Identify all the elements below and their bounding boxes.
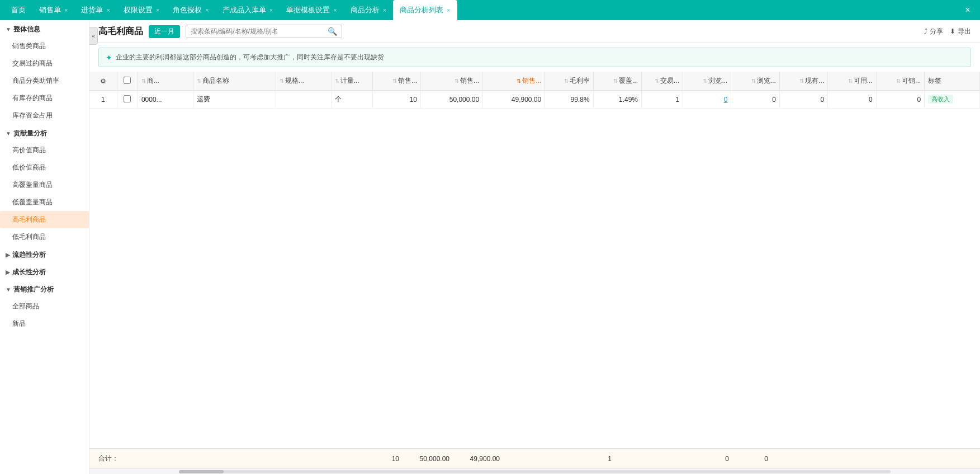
sidebar-item-traded-goods[interactable]: 交易过的商品 — [0, 55, 89, 72]
sidebar-collapse-button[interactable]: « — [89, 27, 98, 45]
th-sales-qty[interactable]: ⇅销售... — [372, 72, 420, 91]
cell-tag: 高收入 — [925, 91, 980, 109]
sum-sales-amt: 50,000.00 — [403, 455, 453, 463]
cell-name: 运费 — [193, 91, 276, 109]
sidebar-item-stock-capital[interactable]: 库存资金占用 — [0, 107, 89, 124]
nav-roles[interactable]: 角色授权 × — [166, 0, 215, 20]
horizontal-scrollbar[interactable] — [89, 468, 980, 474]
th-stock-now[interactable]: ⇅现有... — [779, 72, 827, 91]
cell-gross-rate: 99.8% — [545, 91, 593, 109]
sidebar-group-contribution[interactable]: ▼ 贡献量分析 — [0, 124, 89, 142]
sum-stock-now: 0 — [693, 455, 732, 463]
th-stock-sellable[interactable]: ⇅可销... — [876, 72, 924, 91]
sidebar-item-instock-goods[interactable]: 有库存的商品 — [0, 90, 89, 107]
nav-goods-analysis-list[interactable]: 商品分析列表 × — [393, 0, 457, 20]
share-icon: ⤴ — [924, 27, 927, 35]
cell-checkbox[interactable] — [117, 91, 138, 109]
cell-stock-sellable: 0 — [876, 91, 924, 109]
sum-cells: 10 50,000.00 49,900.00 1 0 0 — [134, 455, 980, 463]
overall-group-arrow: ▼ — [6, 26, 11, 32]
cell-sales-cost: 49,900.00 — [483, 91, 545, 109]
nav-template[interactable]: 单据模板设置 × — [280, 0, 343, 20]
sidebar-item-sales-goods[interactable]: 销售类商品 — [0, 37, 89, 55]
row-checkbox[interactable] — [124, 95, 131, 102]
scroll-thumb[interactable] — [179, 470, 224, 473]
sidebar-group-growth[interactable]: ▶ 成长性分析 — [0, 263, 89, 280]
data-table-wrapper: ⚙ ⇅商... ⇅商品名称 ⇅规格... ⇅计量... ⇅销售... ⇅销售..… — [89, 72, 980, 448]
close-template-tab[interactable]: × — [333, 7, 337, 13]
sidebar-item-low-margin[interactable]: 低毛利商品 — [0, 228, 89, 246]
th-tag[interactable]: 标签 — [925, 72, 980, 91]
th-spec[interactable]: ⇅规格... — [276, 72, 331, 91]
scroll-track[interactable] — [179, 470, 891, 473]
sidebar-item-new-goods[interactable]: 新品 — [0, 315, 89, 332]
share-button[interactable]: ⤴ 分享 — [924, 27, 943, 36]
search-input[interactable] — [191, 27, 328, 35]
export-button[interactable]: ⬇ 导出 — [950, 27, 971, 36]
sidebar-item-low-value[interactable]: 低价值商品 — [0, 159, 89, 176]
growth-group-arrow: ▶ — [6, 269, 10, 275]
nav-product-entry[interactable]: 产成品入库单 × — [216, 0, 280, 20]
nav-sales[interactable]: 销售单 × — [32, 0, 74, 20]
cell-unit: 个 — [331, 91, 372, 109]
info-banner: ✦ 企业的主要的利润都是这部分商品创造的，可考虑加大推广，同时关注库存是不要出现… — [98, 48, 971, 67]
close-roles-tab[interactable]: × — [205, 7, 209, 13]
sidebar-group-trend[interactable]: ▶ 流趋性分析 — [0, 246, 89, 263]
th-sales-cost[interactable]: ⇅销售... — [483, 72, 545, 91]
export-icon: ⬇ — [950, 27, 955, 35]
search-icon[interactable]: 🔍 — [328, 27, 337, 36]
close-goods-analysis-list-tab[interactable]: × — [447, 7, 450, 13]
nav-permissions[interactable]: 权限设置 × — [117, 0, 166, 20]
main-layout: ▼ 整体信息 销售类商品 交易过的商品 商品分类助销率 有库存的商品 库存资金占… — [0, 20, 980, 474]
info-icon: ✦ — [106, 53, 112, 62]
sidebar-item-high-margin[interactable]: 高毛利商品 — [0, 211, 89, 228]
cell-stock-usable: 0 — [828, 91, 876, 109]
th-browse2[interactable]: ⇅浏览... — [731, 72, 779, 91]
th-gross-rate[interactable]: ⇅毛利率 — [545, 72, 593, 91]
content-header: 高毛利商品 近一月 🔍 ⤴ 分享 ⬇ 导出 — [89, 20, 980, 43]
th-code[interactable]: ⇅商... — [138, 72, 193, 91]
close-purchase-tab[interactable]: × — [106, 7, 110, 13]
th-settings[interactable]: ⚙ — [89, 72, 117, 91]
th-sales-amt[interactable]: ⇅销售... — [421, 72, 483, 91]
contribution-group-arrow: ▼ — [6, 130, 11, 137]
sidebar: ▼ 整体信息 销售类商品 交易过的商品 商品分类助销率 有库存的商品 库存资金占… — [0, 20, 89, 474]
sidebar-item-low-coverage[interactable]: 低覆盖量商品 — [0, 194, 89, 211]
cell-tx-count: 1 — [642, 91, 683, 109]
sidebar-item-high-coverage[interactable]: 高覆盖量商品 — [0, 176, 89, 194]
nav-goods-analysis[interactable]: 商品分析 × — [344, 0, 393, 20]
cell-browse-val: 0 — [731, 91, 779, 109]
window-close-button[interactable]: × — [960, 2, 976, 18]
close-sales-tab[interactable]: × — [64, 7, 68, 13]
th-name[interactable]: ⇅商品名称 — [193, 72, 276, 91]
sum-stock-usable: 0 — [732, 455, 771, 463]
search-box: 🔍 — [186, 25, 342, 38]
select-all-checkbox[interactable] — [124, 77, 131, 84]
nav-home[interactable]: 首页 — [4, 0, 32, 20]
sidebar-group-overall[interactable]: ▼ 整体信息 — [0, 20, 89, 37]
sidebar-group-marketing[interactable]: ▼ 营销推广分析 — [0, 280, 89, 298]
header-actions: ⤴ 分享 ⬇ 导出 — [924, 27, 971, 36]
cell-sales-qty: 10 — [372, 91, 420, 109]
close-goods-analysis-tab[interactable]: × — [383, 7, 386, 13]
table-header-row: ⚙ ⇅商... ⇅商品名称 ⇅规格... ⇅计量... ⇅销售... ⇅销售..… — [89, 72, 980, 91]
nav-purchase[interactable]: 进货单 × — [74, 0, 116, 20]
close-permissions-tab[interactable]: × — [156, 7, 159, 13]
th-stock-usable[interactable]: ⇅可用... — [828, 72, 876, 91]
th-browse1[interactable]: ⇅浏览... — [683, 72, 731, 91]
sidebar-item-category-rate[interactable]: 商品分类助销率 — [0, 72, 89, 90]
sum-tx-count: 1 — [581, 455, 615, 463]
date-filter-button[interactable]: 近一月 — [149, 25, 180, 38]
close-product-entry-tab[interactable]: × — [269, 7, 273, 13]
th-tx-count[interactable]: ⇅交易... — [642, 72, 683, 91]
trend-group-arrow: ▶ — [6, 252, 10, 258]
sum-label: 合计： — [89, 454, 134, 463]
cell-browse-link[interactable]: 0 — [683, 91, 731, 109]
sidebar-item-all-goods[interactable]: 全部商品 — [0, 298, 89, 315]
sidebar-item-high-value[interactable]: 高价值商品 — [0, 142, 89, 159]
marketing-group-arrow: ▼ — [6, 287, 11, 293]
th-checkbox[interactable] — [117, 72, 138, 91]
sum-sales-cost: 49,900.00 — [453, 455, 503, 463]
th-coverage[interactable]: ⇅覆盖... — [593, 72, 641, 91]
th-unit[interactable]: ⇅计量... — [331, 72, 372, 91]
